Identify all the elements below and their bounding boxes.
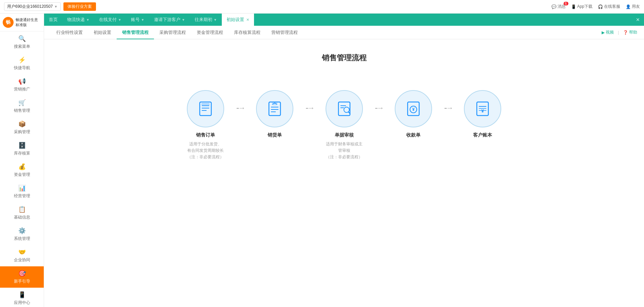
sub-tab-purchaseflow[interactable]: 采购管理流程 xyxy=(154,26,191,39)
flow-circle-receipt[interactable]: ¥ xyxy=(395,90,432,127)
sidebar-item-system[interactable]: ⚙️ 系统管理 xyxy=(0,224,44,245)
avatar-icon: 👤 xyxy=(626,4,631,9)
tab-bar-close-all[interactable]: ✕ xyxy=(632,14,644,26)
sidebar-item-appcenter[interactable]: 📱 应用中心 xyxy=(0,288,44,307)
video-icon: ▶ xyxy=(602,30,605,35)
sub-tab-fundflow[interactable]: 资金管理流程 xyxy=(191,26,229,39)
tab-invitecustomer-arrow: ▼ xyxy=(182,18,185,22)
tab-logistics[interactable]: 物流快递 ▼ xyxy=(62,14,94,26)
tab-bar: 首页 物流快递 ▼ 在线支付 ▼ 账号 ▼ 邀请下游客户 ▼ 往来期初 ▼ xyxy=(44,14,644,26)
flow-arrow-1: ···→ xyxy=(236,90,244,112)
audit-icon xyxy=(336,100,353,117)
flow-step-audit: 单据审核 适用于财务审核或主管审核（注：非必要流程） xyxy=(314,90,375,161)
help-icon: ❓ xyxy=(623,30,628,35)
app-download-btn[interactable]: 📱 App下载 xyxy=(571,4,592,9)
tab-initsetup[interactable]: 初始设置 ✕ xyxy=(222,14,254,26)
experience-btn[interactable]: 体验行业方案 xyxy=(63,2,96,11)
flow-step-receipt: ¥ 收款单 xyxy=(383,90,444,141)
flow-name-audit: 单据审核 xyxy=(335,132,354,138)
app-download-label: App下载 xyxy=(577,4,592,9)
sales-icon: 🛒 xyxy=(18,99,26,106)
quicknav-icon: ⚡ xyxy=(18,56,26,64)
flow-arrow-4: ···→ xyxy=(444,90,452,112)
online-service-btn[interactable]: 🎧 在线客服 xyxy=(598,4,620,9)
flow-circle-customer-account[interactable]: ¥ xyxy=(464,90,501,127)
tab-invitecustomer[interactable]: 邀请下游客户 ▼ xyxy=(149,14,190,26)
page-title: 销售管理流程 xyxy=(58,53,630,63)
tab-payment[interactable]: 在线支付 ▼ xyxy=(94,14,126,26)
search-icon: 🔍 xyxy=(18,35,26,42)
tab-history-arrow: ▼ xyxy=(214,18,217,22)
flow-circle-sales-order[interactable] xyxy=(187,90,224,127)
flow-name-customer-account: 客户账本 xyxy=(473,132,492,138)
tab-payment-arrow: ▼ xyxy=(118,18,121,22)
svg-text:¥: ¥ xyxy=(482,108,484,114)
svg-rect-4 xyxy=(201,103,210,105)
message-badge: 6 xyxy=(564,2,568,5)
user-selector-arrow: ▼ xyxy=(54,5,58,8)
sidebar-item-marketing[interactable]: 📢 营销推广 xyxy=(0,74,44,96)
sidebar-item-collab[interactable]: 🤝 企业协同 xyxy=(0,245,44,266)
sidebar-item-newguide[interactable]: 🎯 新手引导 xyxy=(0,266,44,288)
appcenter-icon: 📱 xyxy=(18,291,26,299)
logo-icon: 畅 xyxy=(3,17,14,28)
top-header: 用户690企业1660120507 ▼ 体验行业方案 💬 消息 6 📱 App下… xyxy=(0,0,644,14)
sales-order-icon xyxy=(197,100,214,117)
header-left: 用户690企业1660120507 ▼ 体验行业方案 xyxy=(4,2,96,11)
tab-logistics-arrow: ▼ xyxy=(86,18,90,22)
finance-icon: 💰 xyxy=(18,163,26,170)
page-content: 销售管理流程 销售订单 适用于分批发货、有合同 xyxy=(44,39,644,307)
delivery-icon xyxy=(266,100,283,117)
tab-account[interactable]: 账号 ▼ xyxy=(126,14,149,26)
online-service-label: 在线客服 xyxy=(604,4,620,9)
purchase-icon: 📦 xyxy=(18,120,26,128)
flow-arrow-3: ···→ xyxy=(375,90,383,112)
main-layout: 畅 畅捷通好生意 标准版 🔍 搜索菜单 ⚡ 快捷导航 📢 营销推广 🛒 销售管理… xyxy=(0,14,644,307)
message-btn[interactable]: 💬 消息 6 xyxy=(551,4,566,9)
sidebar-logo: 畅 畅捷通好生意 标准版 xyxy=(0,14,44,32)
system-icon: ⚙️ xyxy=(18,227,26,234)
svg-rect-9 xyxy=(272,102,277,105)
sidebar-item-sales[interactable]: 🛒 销售管理 xyxy=(0,96,44,117)
tab-home[interactable]: 首页 xyxy=(44,14,62,26)
sidebar-item-quicknav[interactable]: ⚡ 快捷导航 xyxy=(0,53,44,74)
video-btn[interactable]: ▶ 视频 xyxy=(602,29,614,35)
sidebar-item-purchase[interactable]: 📦 采购管理 xyxy=(0,117,44,138)
user-name-label: 用友 xyxy=(632,4,640,9)
flow-diagram: 销售订单 适用于分批发货、有合同发货周期较长（注：非必要流程） ···→ xyxy=(58,83,630,167)
flow-step-sales-order: 销售订单 适用于分批发货、有合同发货周期较长（注：非必要流程） xyxy=(175,90,236,161)
svg-text:¥: ¥ xyxy=(412,107,415,112)
content-area: 首页 物流快递 ▼ 在线支付 ▼ 账号 ▼ 邀请下游客户 ▼ 往来期初 ▼ xyxy=(44,14,644,307)
flow-name-receipt: 收款单 xyxy=(406,132,421,138)
tab-history[interactable]: 往来期初 ▼ xyxy=(190,14,222,26)
flow-desc-sales-order: 适用于分批发货、有合同发货周期较长（注：非必要流程） xyxy=(187,141,224,161)
flow-circle-delivery[interactable] xyxy=(256,90,293,127)
marketing-icon: 📢 xyxy=(18,78,26,85)
tab-account-arrow: ▼ xyxy=(141,18,144,22)
flow-circle-audit[interactable] xyxy=(326,90,363,127)
sidebar-item-finance[interactable]: 💰 资金管理 xyxy=(0,160,44,181)
sub-tabs-right: ▶ 视频 | ❓ 帮助 xyxy=(602,29,637,35)
sub-tab-industry[interactable]: 行业特性设置 xyxy=(51,26,88,39)
sub-tab-salesmanageflow[interactable]: 营销管理流程 xyxy=(266,26,303,39)
user-selector[interactable]: 用户690企业1660120507 ▼ xyxy=(4,2,61,11)
user-avatar-btn[interactable]: 👤 用友 xyxy=(626,4,640,9)
help-btn[interactable]: ❓ 帮助 xyxy=(623,29,637,35)
sidebar-item-baseinfo[interactable]: 📋 基础信息 xyxy=(0,202,44,224)
user-label: 用户690企业1660120507 xyxy=(7,4,53,9)
sidebar-item-inventory[interactable]: 🗄️ 库存核算 xyxy=(0,138,44,160)
sidebar-item-ops[interactable]: 📊 经营管理 xyxy=(0,181,44,202)
sub-tab-inventoryflow[interactable]: 库存核算流程 xyxy=(229,26,266,39)
message-icon: 💬 xyxy=(551,4,557,9)
sub-tab-initial[interactable]: 初始设置 xyxy=(88,26,117,39)
flow-step-delivery: 销货单 xyxy=(244,90,305,141)
collab-icon: 🤝 xyxy=(18,248,26,256)
baseinfo-icon: 📋 xyxy=(18,206,26,213)
flow-step-customer-account: ¥ 客户账本 xyxy=(452,90,513,141)
sub-tab-salesflow[interactable]: 销售管理流程 xyxy=(117,26,154,39)
sidebar-item-search[interactable]: 🔍 搜索菜单 xyxy=(0,32,44,53)
app-download-icon: 📱 xyxy=(571,4,576,9)
header-right: 💬 消息 6 📱 App下载 🎧 在线客服 👤 用友 xyxy=(551,4,640,9)
tab-initsetup-close[interactable]: ✕ xyxy=(246,18,249,22)
sub-tabs: 行业特性设置 初始设置 销售管理流程 采购管理流程 资金管理流程 库存核算流程 … xyxy=(44,26,644,39)
